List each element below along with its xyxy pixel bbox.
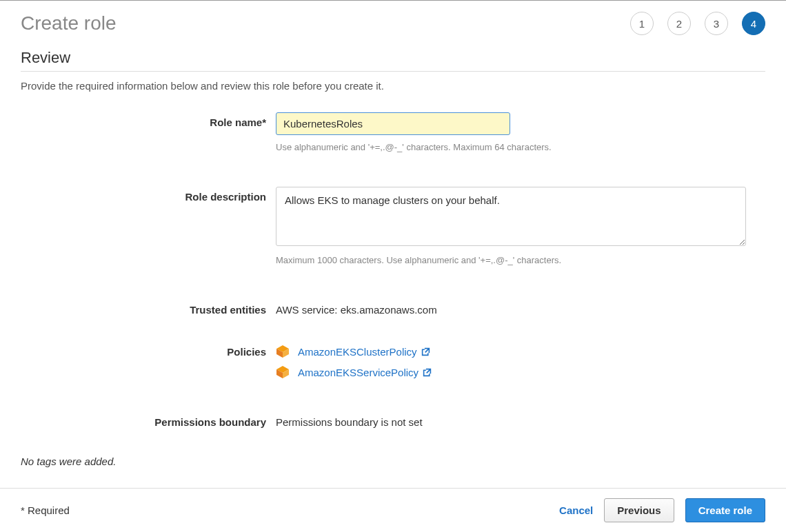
policy-box-icon [276,345,290,358]
policy-item: AmazonEKSServicePolicy [276,365,746,379]
permissions-boundary-value: Permissions boundary is not set [276,412,746,428]
role-name-input[interactable] [276,112,510,135]
permissions-boundary-label: Permissions boundary [21,412,276,428]
role-description-label: Role description [21,187,276,265]
external-link-icon [421,347,430,356]
previous-button[interactable]: Previous [604,498,674,522]
external-link-icon [423,368,432,377]
policy-item: AmazonEKSClusterPolicy [276,345,746,358]
policy-link[interactable]: AmazonEKSClusterPolicy [298,346,430,358]
section-description: Provide the required information below a… [21,80,765,92]
role-description-hint: Maximum 1000 characters. Use alphanumeri… [276,255,746,265]
step-indicator: 1 2 3 4 [630,12,765,35]
policy-box-icon [276,365,290,379]
role-description-input[interactable] [276,187,746,246]
create-role-button[interactable]: Create role [685,498,765,522]
required-note: * Required [21,504,70,516]
role-name-label: Role name* [21,112,276,152]
policy-name: AmazonEKSClusterPolicy [298,346,417,358]
policies-label: Policies [21,342,276,386]
step-2[interactable]: 2 [667,12,691,35]
trusted-entities-label: Trusted entities [21,300,276,316]
no-tags-message: No tags were added. [21,456,765,467]
section-title: Review [21,49,765,72]
policy-name: AmazonEKSServicePolicy [298,367,419,378]
page-title: Create role [21,12,117,34]
role-name-hint: Use alphanumeric and '+=,.@-_' character… [276,142,746,152]
footer-bar: * Required Cancel Previous Create role [0,488,786,532]
trusted-entities-value: AWS service: eks.amazonaws.com [276,300,746,316]
step-4[interactable]: 4 [742,12,765,35]
step-1[interactable]: 1 [630,12,654,35]
cancel-button[interactable]: Cancel [559,504,593,516]
policy-link[interactable]: AmazonEKSServicePolicy [298,367,432,378]
step-3[interactable]: 3 [705,12,728,35]
